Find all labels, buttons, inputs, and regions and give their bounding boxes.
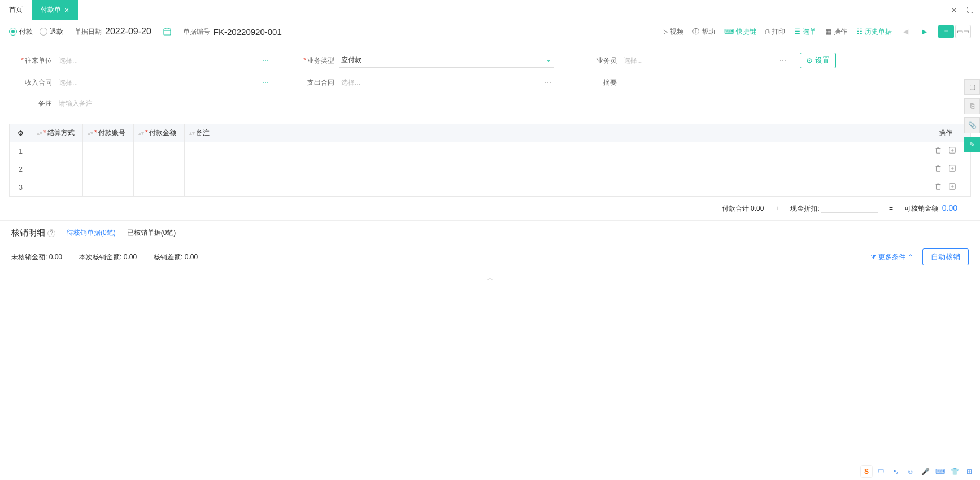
toolbar-help[interactable]: ⓘ帮助 xyxy=(692,27,715,37)
radio-pay[interactable]: 付款 xyxy=(9,27,33,37)
writeoff-header: 核销明细 ? 待核销单据(0笔) 已核销单据(0笔) xyxy=(0,220,980,243)
remark-input[interactable] xyxy=(56,97,542,110)
row-index: 3 xyxy=(10,178,32,197)
income-input-wrap[interactable]: ⋯ xyxy=(56,76,271,89)
salesman-label: 业务员 xyxy=(576,56,621,66)
toolbar-select[interactable]: ☰选单 xyxy=(794,27,816,37)
rail-button-4[interactable]: ✎ xyxy=(964,137,980,152)
toolbar-select-label: 选单 xyxy=(803,27,816,37)
radio-unchecked-icon xyxy=(40,28,47,36)
toolbar-print[interactable]: ⎙打印 xyxy=(765,27,785,37)
cell-remark[interactable] xyxy=(185,142,920,160)
next-arrow-icon[interactable]: ▶ xyxy=(920,28,929,36)
salesman-input-wrap[interactable]: ⋯ xyxy=(621,54,789,67)
biztype-select[interactable]: 应付款 ⌄ xyxy=(339,53,554,68)
add-row-icon[interactable] xyxy=(948,182,956,190)
summary-label: 摘要 xyxy=(576,78,621,88)
toolbar: ▷视频 ⓘ帮助 ⌨快捷键 ⎙打印 ☰选单 ▦操作 ☷历史单据 ◀ ▶ ≡ ▭▭ xyxy=(663,25,971,38)
expense-input-wrap[interactable]: ⋯ xyxy=(339,76,554,89)
radio-refund[interactable]: 退款 xyxy=(40,27,63,37)
cell-amount[interactable] xyxy=(134,160,185,178)
more-filters-link[interactable]: ⧩ 更多条件 ⌃ xyxy=(870,252,913,262)
tab-home[interactable]: 首页 xyxy=(0,0,32,20)
cell-method[interactable] xyxy=(32,178,83,197)
cell-remark[interactable] xyxy=(185,178,920,197)
collapse-icon[interactable]: ︿ xyxy=(0,271,980,285)
more-icon[interactable]: ⋯ xyxy=(262,78,269,86)
more-icon[interactable]: ⋯ xyxy=(262,56,269,64)
tab-close-window-icon[interactable]: ✕ xyxy=(948,5,960,16)
settings-label: 设置 xyxy=(815,55,830,66)
close-icon[interactable]: × xyxy=(64,6,69,15)
settings-button[interactable]: ⚙设置 xyxy=(800,53,836,68)
cell-account[interactable] xyxy=(83,178,134,197)
rail-attach-icon[interactable]: 📎 xyxy=(964,117,980,133)
toolbar-video[interactable]: ▷视频 xyxy=(663,27,683,37)
add-row-icon[interactable] xyxy=(948,164,956,172)
header-row: 付款 退款 单据日期 2022-09-20 单据编号 FK-20220920-0… xyxy=(0,20,980,43)
table-row: 3 xyxy=(10,178,971,197)
writeoff-tab-pending[interactable]: 待核销单据(0笔) xyxy=(67,228,116,238)
col-method[interactable]: ▴▾*结算方式 xyxy=(32,124,83,142)
cell-action xyxy=(920,160,971,178)
svg-rect-0 xyxy=(164,29,171,35)
rail-button-2[interactable]: ⎘ xyxy=(964,98,980,114)
toolbar-action[interactable]: ▦操作 xyxy=(825,27,847,37)
col-amount[interactable]: ▴▾*付款金额 xyxy=(134,124,185,142)
more-icon[interactable]: ⋯ xyxy=(545,78,551,86)
gear-icon: ⚙ xyxy=(806,56,813,65)
fullscreen-icon[interactable]: ⛶ xyxy=(964,5,975,16)
add-row-icon[interactable] xyxy=(948,146,956,154)
toolbar-shortcut[interactable]: ⌨快捷键 xyxy=(724,27,756,37)
col-remark-label: 备注 xyxy=(196,129,210,137)
cell-account[interactable] xyxy=(83,160,134,178)
prev-arrow-icon[interactable]: ◀ xyxy=(901,28,911,36)
writeoff-summary: 未核销金额: 0.00 本次核销金额: 0.00 核销差额: 0.00 ⧩ 更多… xyxy=(0,243,980,271)
toolbar-history[interactable]: ☷历史单据 xyxy=(856,27,892,37)
table-settings-header[interactable]: ⚙ xyxy=(10,124,32,142)
date-value[interactable]: 2022-09-20 xyxy=(105,27,151,37)
keyboard-icon: ⌨ xyxy=(724,28,734,36)
tab-payment[interactable]: 付款单 × xyxy=(32,0,78,20)
discount-input[interactable] xyxy=(821,204,878,213)
avail-label: 可核销金额 xyxy=(904,204,938,212)
calendar-icon[interactable] xyxy=(163,27,172,36)
expense-input[interactable] xyxy=(339,76,554,89)
expense-label: 支出合同 xyxy=(294,78,339,88)
toolbar-print-label: 打印 xyxy=(772,27,785,37)
summary-input[interactable] xyxy=(621,76,836,89)
cell-method[interactable] xyxy=(32,142,83,160)
toolbar-action-label: 操作 xyxy=(834,27,847,37)
view-list-button[interactable]: ≡ xyxy=(938,25,954,38)
totals-row: 付款合计 0.00 + 现金折扣: = 可核销金额 0.00 xyxy=(0,197,980,220)
col-account[interactable]: ▴▾*付款账号 xyxy=(83,124,134,142)
summary-input-wrap[interactable] xyxy=(621,76,836,89)
view-card-button[interactable]: ▭▭ xyxy=(955,25,971,38)
rail-button-1[interactable]: ▢ xyxy=(964,79,980,95)
cell-account[interactable] xyxy=(83,142,134,160)
unit-input[interactable] xyxy=(56,54,271,67)
tab-home-label: 首页 xyxy=(9,5,23,15)
col-remark[interactable]: ▴▾备注 xyxy=(185,124,920,142)
more-icon[interactable]: ⋯ xyxy=(779,56,786,64)
help-icon[interactable]: ? xyxy=(47,229,55,237)
radio-pay-label: 付款 xyxy=(19,27,33,37)
cell-remark[interactable] xyxy=(185,160,920,178)
auto-writeoff-button[interactable]: 自动核销 xyxy=(922,248,969,265)
salesman-input[interactable] xyxy=(621,54,789,67)
delete-icon[interactable] xyxy=(934,182,942,190)
cell-method[interactable] xyxy=(32,160,83,178)
cell-amount[interactable] xyxy=(134,178,185,197)
sort-icon: ▴▾ xyxy=(37,132,42,135)
writeoff-tab-done[interactable]: 已核销单据(0笔) xyxy=(127,228,176,238)
delete-icon[interactable] xyxy=(934,164,942,172)
sum-label: 付款合计 xyxy=(722,204,749,212)
plus-sign: + xyxy=(775,204,779,212)
filter-icon: ⧩ xyxy=(870,253,876,261)
delete-icon[interactable] xyxy=(934,146,942,154)
chevron-down-icon[interactable]: ⌄ xyxy=(546,55,551,63)
unit-input-wrap[interactable]: ⋯ xyxy=(56,54,271,67)
cell-amount[interactable] xyxy=(134,142,185,160)
remark-input-wrap[interactable] xyxy=(56,97,542,110)
income-input[interactable] xyxy=(56,76,271,89)
